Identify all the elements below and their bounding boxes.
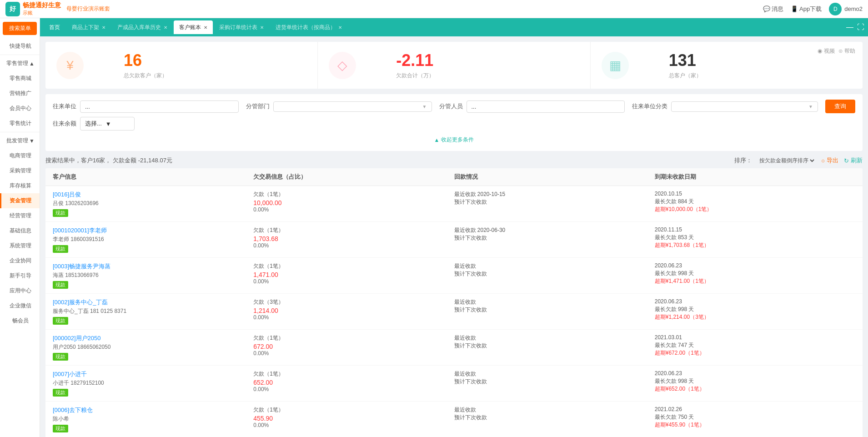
refresh-btn[interactable]: ↻ 刷新 [844, 156, 863, 165]
sidebar-item-system[interactable]: 系统管理 [0, 238, 40, 253]
filter-row-1: 往来单位 ... 分管部门 ▼ [53, 100, 855, 113]
tab-close-5[interactable]: ✕ [338, 25, 342, 30]
overdue-info-7: 2021.02.26 最长欠款 750 天 超期¥455.90（1笔） [655, 406, 855, 429]
sidebar-item-member[interactable]: 会员中心 [0, 101, 40, 116]
refresh-icon: ↻ [844, 157, 849, 164]
due-date-6: 2020.06.23 [655, 370, 855, 377]
overdue-days-3: 最长欠款 998 天 [655, 270, 855, 277]
collection-latest-1: 最近收款 2020-10-15 [454, 191, 655, 198]
sort-select[interactable]: 按欠款金额倒序排序 [758, 157, 816, 164]
stat-icon-debt: ¥ [56, 52, 84, 79]
sidebar-item-purchase[interactable]: 采购管理 [0, 163, 40, 178]
search-menu-btn[interactable]: 搜索菜单 [3, 22, 37, 35]
sidebar-item-ecommerce[interactable]: 电商管理 [0, 148, 40, 163]
customer-name-6[interactable]: [0007]小进千 [53, 370, 253, 378]
sidebar-item-collab[interactable]: 企业协同 [0, 253, 40, 268]
tab-home[interactable]: 首页 [44, 20, 65, 34]
overdue-amount-7[interactable]: 超期¥455.90（1笔） [655, 421, 855, 429]
filter-person-input[interactable]: ... [467, 100, 625, 113]
col-header-debt: 欠交易信息（占比） [253, 173, 454, 181]
sidebar-item-retail-mgmt[interactable]: 零售管理▲ [0, 56, 40, 71]
tab-maximize-btn[interactable]: ⛶ [857, 23, 864, 31]
overdue-info-3: 2020.06.23 最长欠款 998 天 超期¥1,471.00（1笔） [655, 262, 855, 285]
sidebar-item-retail-stats[interactable]: 零售统计 [0, 116, 40, 131]
debt-amount-1: 10,000.00 [253, 199, 454, 206]
customer-info-1: [0016]吕俊 吕俊 13026203696 现款 [53, 191, 253, 217]
sidebar-item-quick-nav[interactable]: 快捷导航 [0, 39, 40, 54]
customer-contact-3: 海蒸 18513066976 [53, 271, 253, 279]
sidebar-item-member2[interactable]: 畅会员 [0, 313, 40, 328]
overdue-amount-3[interactable]: 超期¥1,471.00（1笔） [655, 277, 855, 285]
tab-minimize-btn[interactable]: — [846, 23, 853, 31]
tab-close-3[interactable]: ✕ [204, 25, 207, 30]
sidebar-divider-1 [0, 55, 40, 55]
stat-label-debt: 总欠款客户（家） [124, 72, 167, 80]
sidebar-item-newbie[interactable]: 新手引导 [0, 268, 40, 283]
export-btn[interactable]: ○ 导出 [821, 156, 838, 165]
overdue-amount-5[interactable]: 超期¥672.00（1笔） [655, 349, 855, 357]
sidebar-item-retail-mall[interactable]: 零售商城 [0, 71, 40, 86]
overdue-days-5: 最长欠款 747 天 [655, 342, 855, 349]
overdue-amount-2[interactable]: 超期¥1,703.68（1笔） [655, 241, 855, 249]
debt-info-1: 欠款（1笔） 10,000.00 0.00% [253, 191, 454, 213]
overdue-amount-6[interactable]: 超期¥652.00（1笔） [655, 385, 855, 393]
overdue-amount-4[interactable]: 超期¥1,214.00（3笔） [655, 313, 855, 321]
collapse-btn[interactable]: ▲ 收起更多条件 [53, 134, 855, 146]
filter-area: 往来单位 ... 分管部门 ▼ [45, 94, 863, 151]
customer-name-1[interactable]: [0016]吕俊 [53, 191, 253, 199]
customer-name-2[interactable]: [0001020001]李老师 [53, 226, 253, 235]
sidebar-item-wechat[interactable]: 企业微信 [0, 298, 40, 313]
sidebar-item-finance[interactable]: 资金管理 [0, 193, 40, 208]
user-avatar[interactable]: D demo2 [829, 3, 863, 15]
filter-dept-select[interactable]: ▼ [273, 101, 432, 112]
subtitle-btn[interactable]: 母婴行业演示账套 [66, 5, 110, 13]
search-button[interactable]: 查询 [825, 100, 855, 113]
filter-balance-select[interactable]: 选择... ▼ [80, 117, 135, 131]
filter-category-select[interactable]: ▼ [671, 101, 818, 112]
filter-supplier-input[interactable]: ... [80, 100, 239, 113]
customer-name-3[interactable]: [0003]畅捷服务尹海蒸 [53, 262, 253, 271]
view-video-btn[interactable]: ◉ 视频 [818, 47, 834, 55]
customer-name-7[interactable]: [0006]去下粮仓 [53, 406, 253, 414]
customer-name-4[interactable]: [0002]服务中心_丁磊 [53, 298, 253, 306]
sidebar-item-operation[interactable]: 经营管理 [0, 208, 40, 223]
customer-info-5: [000002]用户2050 用户2050 18665062050 现款 [53, 334, 253, 361]
tab-customer-ledger[interactable]: 客户账本 ✕ [174, 20, 213, 34]
brand-subtitle[interactable]: 示账 [23, 10, 61, 16]
due-date-3: 2020.06.23 [655, 262, 855, 269]
sidebar-item-basic-info[interactable]: 基础信息 [0, 223, 40, 238]
col-header-overdue: 到期未收款日期 [655, 173, 855, 181]
tab-finished-goods[interactable]: 产成品入库单历史 ✕ [112, 20, 173, 34]
collection-info-4: 最近收款 预计下次收款 [454, 298, 655, 314]
debt-percent-1: 0.00% [253, 206, 454, 213]
help-btn[interactable]: ⊙ 帮助 [838, 47, 855, 55]
col-header-collection: 回款情况 [454, 173, 655, 181]
debt-percent-6: 0.00% [253, 386, 454, 392]
stat-actions: ◉ 视频 ⊙ 帮助 [818, 47, 855, 55]
sidebar-item-marketing[interactable]: 营销推广 [0, 86, 40, 101]
customer-info-4: [0002]服务中心_丁磊 服务中心_丁磊 181 0125 8371 现款 [53, 298, 253, 325]
filter-dept-label: 分管部门 [246, 102, 270, 111]
stat-icon-customers: ▦ [602, 52, 629, 79]
tab-purchase-stats[interactable]: 采购订单统计表 ✕ [214, 20, 269, 34]
sidebar-item-inventory[interactable]: 库存核算 [0, 178, 40, 193]
tab-product-listing[interactable]: 商品上下架 ✕ [66, 20, 111, 34]
tab-inbound-stats[interactable]: 进货单统计表（按商品） ✕ [270, 20, 347, 34]
customer-tag-6: 现款 [53, 389, 68, 397]
tab-close-1[interactable]: ✕ [102, 25, 105, 30]
customer-tag-5: 现款 [53, 353, 68, 361]
message-btn[interactable]: 💬 消息 [763, 5, 784, 13]
tab-close-4[interactable]: ✕ [260, 25, 264, 30]
sidebar: 搜索菜单 快捷导航 零售管理▲ 零售商城 营销推广 会员中心 零售统计 批发管理… [0, 18, 40, 437]
overdue-amount-1[interactable]: 超期¥10,000.00（1笔） [655, 206, 855, 213]
sidebar-search-area: 搜索菜单 [0, 18, 40, 39]
customer-contact-7: 陈小希 [53, 415, 253, 423]
table-header: 客户信息 欠交易信息（占比） 回款情况 到期未收款日期 [45, 168, 863, 186]
collection-info-3: 最近收款 预计下次收款 [454, 262, 655, 278]
customer-name-5[interactable]: [000002]用户2050 [53, 334, 253, 342]
sidebar-item-apps[interactable]: 应用中心 [0, 283, 40, 298]
sidebar-item-wholesale[interactable]: 批发管理▼ [0, 133, 40, 148]
app-download-btn[interactable]: 📱 App下载 [791, 5, 822, 13]
result-bar: 搜索结果中，客户16家， 欠款金额 -21,148.07元 排序： 按欠款金额倒… [45, 156, 863, 165]
tab-close-2[interactable]: ✕ [164, 25, 167, 30]
